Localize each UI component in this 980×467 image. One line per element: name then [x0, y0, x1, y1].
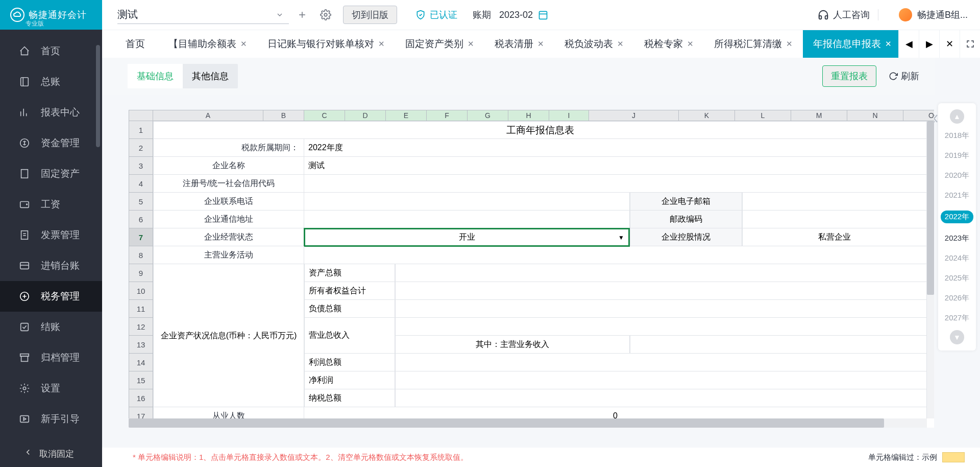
cell-r15v[interactable] [395, 371, 927, 389]
cell-r11v[interactable] [395, 300, 927, 318]
col-M[interactable]: M [791, 110, 847, 121]
subtab-basic[interactable]: 基础信息 [128, 64, 183, 88]
year-2024年[interactable]: 2024年 [938, 248, 976, 268]
nav-item-chart[interactable]: 报表中心 [0, 97, 102, 128]
nav-item-book[interactable]: 总账 [0, 66, 102, 97]
tab-0[interactable]: 【目辅助余额表✕ [158, 30, 257, 58]
row-3[interactable]: 3 [129, 157, 153, 175]
tab-5[interactable]: 税检专家✕ [634, 30, 704, 58]
nav-item-guide[interactable]: 新手引导 [0, 404, 102, 434]
vertical-scrollbar[interactable] [927, 121, 934, 418]
year-2025年[interactable]: 2025年 [938, 268, 976, 288]
cell-r9v[interactable] [395, 264, 927, 282]
tab-6[interactable]: 所得税汇算清缴✕ [704, 30, 803, 58]
cell-r16v[interactable] [395, 389, 927, 407]
subtab-other[interactable]: 其他信息 [183, 64, 238, 88]
old-version-button[interactable]: 切到旧版 [343, 6, 397, 24]
sidebar-scrollbar[interactable] [96, 45, 100, 147]
fullscreen-button[interactable] [960, 30, 980, 58]
col-N[interactable]: N [847, 110, 903, 121]
year-2019年[interactable]: 2019年 [938, 146, 976, 166]
nav-item-inout[interactable]: 进销台账 [0, 250, 102, 281]
col-L[interactable]: L [735, 110, 791, 121]
year-down-button[interactable]: ▼ [950, 330, 964, 344]
tabs-close[interactable]: ✕ [939, 30, 960, 58]
tab-close-icon[interactable]: ✕ [378, 39, 385, 49]
year-2026年[interactable]: 2026年 [938, 288, 976, 308]
col-I[interactable]: I [549, 110, 589, 121]
cell-addr-value[interactable] [304, 211, 630, 228]
col-B[interactable]: B [263, 110, 304, 121]
tab-home[interactable]: 首页 [102, 30, 158, 58]
period-value[interactable]: 2023-02 [499, 10, 533, 20]
col-F[interactable]: F [427, 110, 468, 121]
tabs-next[interactable]: ▶ [919, 30, 939, 58]
tab-close-icon[interactable]: ✕ [617, 39, 624, 49]
col-H[interactable]: H [508, 110, 549, 121]
row-11[interactable]: 11 [129, 300, 153, 318]
year-2021年[interactable]: 2021年 [938, 185, 976, 205]
col-J[interactable]: J [589, 110, 679, 121]
col-G[interactable]: G [468, 110, 508, 121]
reset-report-button[interactable]: 重置报表 [822, 65, 876, 87]
row-10[interactable]: 10 [129, 282, 153, 300]
row-6[interactable]: 6 [129, 211, 153, 228]
row-12[interactable]: 12 [129, 318, 153, 336]
col-E[interactable]: E [386, 110, 427, 121]
year-2018年[interactable]: 2018年 [938, 126, 976, 146]
cell-status-dropdown[interactable]: 开业 ▼ [304, 228, 630, 247]
row-1[interactable]: 1 [129, 121, 153, 139]
consult-button[interactable]: 人工咨询 [818, 9, 870, 21]
col-A[interactable]: A [153, 110, 263, 121]
tab-close-icon[interactable]: ✕ [786, 39, 793, 49]
cell-r13v[interactable] [630, 336, 927, 354]
cell-mainbiz-value[interactable] [304, 246, 927, 264]
cell-r10v[interactable] [395, 282, 927, 300]
cell-tel-value[interactable] [304, 193, 630, 211]
cell-reg-value[interactable] [304, 175, 927, 193]
settings-button[interactable] [315, 5, 336, 25]
row-9[interactable]: 9 [129, 264, 153, 282]
row-16[interactable]: 16 [129, 389, 153, 407]
nav-item-tax[interactable]: 税务管理 [0, 281, 102, 312]
add-button[interactable] [292, 5, 312, 25]
tab-close-icon[interactable]: ✕ [240, 39, 247, 49]
row-13[interactable]: 13 [129, 336, 153, 354]
tab-7[interactable]: 年报信息申报表✕ [803, 30, 898, 58]
refresh-button[interactable]: 刷新 [889, 70, 919, 82]
col-K[interactable]: K [679, 110, 735, 121]
year-2027年[interactable]: 2027年 [938, 308, 976, 328]
nav-item-home[interactable]: 首页 [0, 36, 102, 66]
user-menu[interactable]: 畅捷通B组... [899, 8, 968, 21]
unpin-button[interactable]: 取消固定 [23, 448, 74, 460]
cell-r12v[interactable] [395, 318, 927, 336]
tabs-prev[interactable]: ◀ [898, 30, 919, 58]
row-5[interactable]: 5 [129, 193, 153, 211]
nav-item-archive[interactable]: 归档管理 [0, 342, 102, 373]
tab-close-icon[interactable]: ✕ [885, 39, 892, 49]
account-selector[interactable]: 测试 [117, 6, 289, 24]
tab-close-icon[interactable]: ✕ [687, 39, 694, 49]
grid[interactable]: 工商年报信息表 税款所属期间： 2022年度 企业名称 测试 注册号/统一社会信… [153, 121, 927, 418]
year-up-button[interactable]: ▲ [950, 109, 964, 124]
tab-3[interactable]: 税表清册✕ [484, 30, 554, 58]
cell-holding-value[interactable]: 私营企业 [742, 228, 927, 246]
col-D[interactable]: D [345, 110, 386, 121]
nav-item-gear[interactable]: 设置 [0, 373, 102, 404]
tab-close-icon[interactable]: ✕ [468, 39, 474, 49]
nav-item-building[interactable]: 固定资产 [0, 158, 102, 189]
nav-item-invoice[interactable]: 发票管理 [0, 220, 102, 250]
nav-item-close[interactable]: 结账 [0, 312, 102, 342]
year-2022年[interactable]: 2022年 [938, 205, 976, 228]
cell-postal-value[interactable] [742, 211, 927, 228]
col-C[interactable]: C [304, 110, 345, 121]
year-2020年[interactable]: 2020年 [938, 166, 976, 185]
select-all-corner[interactable] [129, 110, 153, 121]
tab-2[interactable]: 固定资产类别✕ [395, 30, 484, 58]
row-15[interactable]: 15 [129, 371, 153, 389]
col-O[interactable]: O [903, 110, 934, 121]
cell-r14v[interactable] [395, 354, 927, 371]
tab-4[interactable]: 税负波动表✕ [554, 30, 634, 58]
nav-item-wallet[interactable]: 工资 [0, 189, 102, 220]
tab-close-icon[interactable]: ✕ [537, 39, 544, 49]
